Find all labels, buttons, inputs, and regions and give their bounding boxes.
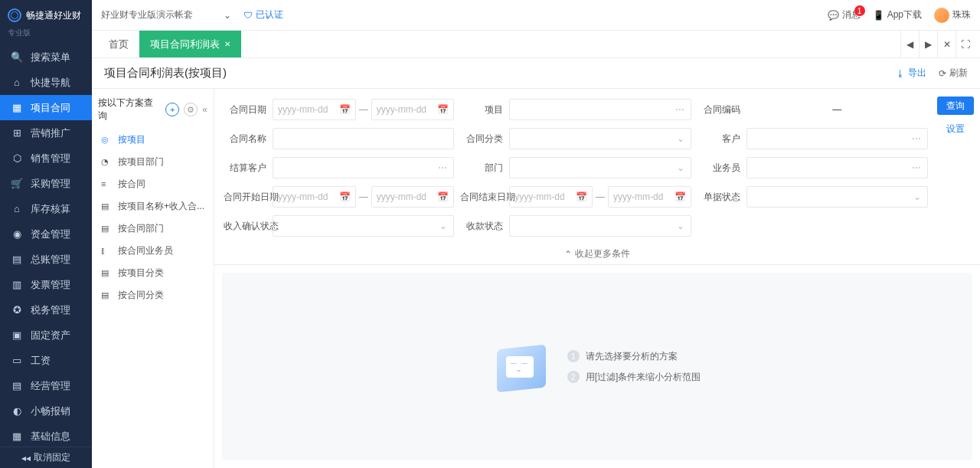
f11-end[interactable]: yyyy-mm-dd📅	[608, 186, 691, 208]
messages-badge: 1	[854, 5, 865, 16]
filter-label: 合同分类	[460, 133, 509, 146]
filter-f14: 收款状态⌄	[460, 211, 691, 241]
calendar-icon: 📅	[675, 191, 686, 202]
verified-badge: 🛡 已认证	[243, 8, 283, 21]
scheme-item-7[interactable]: ▤按合同分类	[98, 284, 207, 306]
filter-label: 合同开始日期	[224, 191, 273, 204]
filter-f12: 单据状态⌄	[697, 182, 928, 211]
nav-item-10[interactable]: ✪税务管理	[0, 297, 92, 322]
nav-item-1[interactable]: ⌂快捷导航	[0, 70, 92, 95]
nav-label: 税务管理	[31, 303, 70, 317]
download-label: App下载	[887, 8, 922, 21]
fullscreen-button[interactable]: ⛶	[956, 31, 974, 57]
filter-label: 客户	[697, 133, 746, 146]
f10-start[interactable]: yyyy-mm-dd📅	[273, 186, 356, 208]
add-scheme-button[interactable]: +	[165, 103, 179, 116]
nav-item-6[interactable]: ⌂库存核算	[0, 196, 92, 221]
nav-icon: ⌂	[11, 203, 23, 215]
nav-item-3[interactable]: ⊞营销推广	[0, 120, 92, 146]
nav-item-11[interactable]: ▣固定资产	[0, 322, 92, 348]
f6-input[interactable]: ⋯	[746, 128, 928, 149]
f7-input[interactable]: ⋯	[273, 157, 454, 178]
messages-button[interactable]: 💬 消息 1	[828, 8, 861, 21]
app-download-button[interactable]: 📱 App下载	[873, 8, 922, 21]
empty-step-1: 1 请先选择要分析的方案	[567, 350, 701, 363]
pin-toggle[interactable]: ◂◂ 取消固定	[0, 447, 92, 468]
f9-input[interactable]: ⋯	[746, 157, 928, 178]
tab-prev-button[interactable]: ◀	[900, 31, 919, 57]
nav-item-9[interactable]: ▥发票管理	[0, 272, 92, 297]
query-button[interactable]: 查询	[937, 97, 974, 115]
org-select[interactable]: 好业财专业版演示帐套 ⌄	[101, 8, 231, 21]
f12-input[interactable]: ⌄	[746, 186, 928, 208]
scheme-item-6[interactable]: ▤按项目分类	[98, 262, 207, 284]
nav-item-15[interactable]: ▦基础信息	[0, 424, 92, 447]
f11-start[interactable]: yyyy-mm-dd📅	[509, 186, 593, 208]
nav-item-14[interactable]: ◐小畅报销	[0, 398, 92, 424]
filter-label: 收入确认状态	[224, 220, 273, 233]
nav-icon: ◐	[11, 405, 23, 417]
scheme-item-0[interactable]: ◎按项目	[98, 129, 207, 151]
chevron-icon: ⌄	[439, 221, 447, 231]
body: 按以下方案查询 + ⚙ « ◎按项目◔按项目部门≡按合同▤按项目名称+收入合..…	[92, 89, 980, 468]
f8-input[interactable]: ⌄	[509, 157, 691, 178]
tab-close-icon[interactable]: ✕	[224, 40, 230, 48]
nav-item-2[interactable]: ▦项目合同	[0, 95, 92, 120]
nav-icon: ⊞	[11, 127, 23, 139]
filter-label: 单据状态	[697, 191, 746, 204]
logo-icon	[5, 5, 24, 25]
chevron-icon: ⌄	[677, 133, 684, 144]
filter-label: 合同结束日期	[460, 191, 509, 204]
scheme-item-2[interactable]: ≡按合同	[98, 173, 207, 195]
tab-next-button[interactable]: ▶	[919, 31, 937, 57]
mobile-icon: 📱	[873, 10, 884, 21]
nav-item-7[interactable]: ◉资金管理	[0, 221, 92, 247]
ellipsis-icon: ⋯	[438, 162, 447, 173]
user-menu[interactable]: 珠珠	[934, 8, 971, 23]
nav-item-8[interactable]: ▤总账管理	[0, 247, 92, 272]
f1-start[interactable]: yyyy-mm-dd📅	[273, 99, 356, 120]
f5-input[interactable]: ⌄	[509, 128, 691, 149]
nav-item-13[interactable]: ▤经营管理	[0, 373, 92, 398]
f2-input[interactable]: ⋯	[509, 99, 691, 120]
ellipsis-icon: ⋯	[912, 162, 921, 173]
f4-input[interactable]	[273, 128, 454, 149]
scheme-settings-button[interactable]: ⚙	[184, 103, 198, 116]
nav-item-12[interactable]: ▭工资	[0, 348, 92, 373]
logo-title: 畅捷通好业财	[26, 9, 81, 22]
f14-input[interactable]: ⌄	[509, 215, 691, 237]
collapse-panel-button[interactable]: «	[202, 104, 207, 115]
tab-1[interactable]: 项目合同利润表✕	[139, 31, 241, 57]
f3-input[interactable]: —	[746, 99, 928, 120]
scheme-label: 按项目分类	[118, 267, 164, 280]
filter-f3: 合同编码—	[697, 95, 928, 124]
logo-area: 畅捷通好业财	[0, 0, 92, 31]
scheme-label: 按合同部门	[118, 222, 164, 235]
refresh-button[interactable]: ⟳ 刷新	[939, 67, 968, 80]
nav-item-4[interactable]: ⬡销售管理	[0, 146, 92, 171]
scheme-item-5[interactable]: ⫿按合同业务员	[98, 240, 207, 262]
scheme-item-1[interactable]: ◔按项目部门	[98, 151, 207, 173]
f1-end[interactable]: yyyy-mm-dd📅	[371, 99, 455, 120]
nav-item-0[interactable]: 🔍搜索菜单	[0, 44, 92, 70]
export-label: 导出	[908, 67, 926, 80]
filter-label: 结算客户	[224, 162, 273, 175]
f13-input[interactable]: ⌄	[273, 215, 454, 237]
export-button[interactable]: ⭳ 导出	[896, 67, 926, 80]
nav-label: 基础信息	[31, 430, 70, 443]
scheme-label: 按项目部门	[118, 155, 164, 169]
nav-icon: ⌂	[11, 77, 23, 89]
scheme-item-4[interactable]: ▤按合同部门	[98, 218, 207, 240]
nav-item-5[interactable]: 🛒采购管理	[0, 171, 92, 196]
filter-actions: 查询 设置	[937, 89, 980, 244]
empty-illustration	[494, 339, 549, 394]
tab-close-all-button[interactable]: ✕	[937, 31, 956, 57]
settings-button[interactable]: 设置	[937, 119, 974, 138]
collapse-filters-button[interactable]: ⌃ 收起更多条件	[214, 244, 980, 265]
scheme-label: 按合同分类	[118, 289, 164, 302]
filter-f11: 合同结束日期 yyyy-mm-dd📅 — yyyy-mm-dd📅	[460, 182, 691, 211]
scheme-item-3[interactable]: ▤按项目名称+收入合...	[98, 195, 207, 218]
filter-f13: 收入确认状态⌄	[224, 211, 454, 241]
f10-end[interactable]: yyyy-mm-dd📅	[371, 186, 455, 208]
tab-0[interactable]: 首页	[98, 31, 139, 57]
